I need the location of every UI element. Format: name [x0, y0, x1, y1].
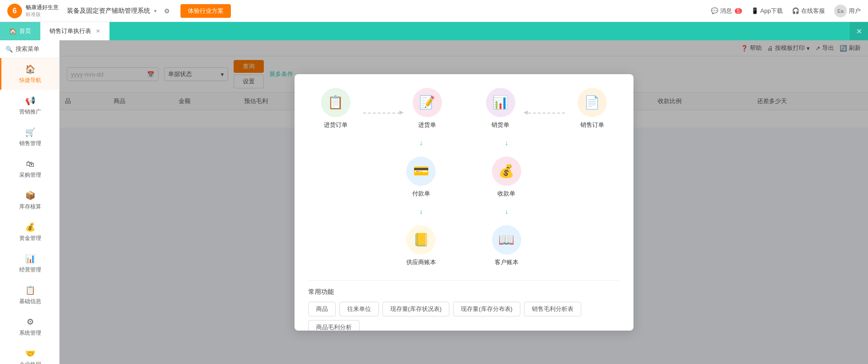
sidebar: 🔍 搜索菜单 🏠 快捷导航 📢 营销推广 🛒 销售管理 🛍 采购管理 📦 库存核… — [0, 40, 60, 364]
sales-icon: 🛒 — [25, 127, 36, 138]
logo-name-line1: 畅康通好生意 — [26, 4, 59, 11]
close-all-tabs-button[interactable]: ✕ — [850, 22, 868, 40]
func-buttons-row1: 商品 往来单位 现存量(库存状况表) 现存量(库存分布表) 销售毛利分析表 商品… — [308, 302, 620, 331]
flow-node-supplier-ledger[interactable]: 📒 供应商账本 — [393, 225, 448, 266]
home-icon: 🏠 — [9, 28, 16, 35]
sidebar-item-purchase-label: 采购管理 — [19, 171, 41, 179]
system-name-text: 装备及固定资产辅助管理系统 — [67, 7, 150, 15]
sales-bill-icon: 📊 — [492, 95, 508, 110]
sidebar-item-operations[interactable]: 📊 经营管理 — [0, 248, 59, 279]
func-btn-product[interactable]: 商品 — [308, 302, 336, 316]
content-area: ❓ 帮助 🖨 按模板打印 ▾ ↗ 导出 🔄 刷新 — [60, 40, 868, 364]
sidebar-item-finance[interactable]: 💰 资金管理 — [0, 216, 59, 248]
customer-ledger-label: 客户账本 — [495, 258, 519, 266]
message-button[interactable]: 💬 消息 5 — [711, 7, 742, 15]
sidebar-item-finance-label: 资金管理 — [19, 234, 41, 242]
sidebar-item-purchase[interactable]: 🛍 采购管理 — [0, 153, 59, 185]
tab-sales-orders-label: 销售订单执行表 — [49, 27, 91, 35]
flow-node-sales-order[interactable]: 📄 销售订单 — [565, 88, 620, 129]
main-layout: 🔍 搜索菜单 🏠 快捷导航 📢 营销推广 🛒 销售管理 🛍 采购管理 📦 库存核… — [0, 40, 868, 364]
func-btn-product-gross[interactable]: 商品毛利分析 — [308, 320, 360, 331]
search-menu-button[interactable]: 🔍 搜索菜单 — [0, 40, 59, 58]
search-icon: 🔍 — [5, 46, 13, 53]
sidebar-item-system-label: 系统管理 — [19, 329, 41, 337]
tab-bar: 🏠 首页 销售订单执行表 ✕ ✕ — [0, 22, 868, 40]
logo-icon: 6 — [7, 4, 22, 18]
sidebar-item-sales[interactable]: 🛒 销售管理 — [0, 121, 59, 153]
flow-node-customer-ledger[interactable]: 📖 客户账本 — [479, 225, 534, 266]
inventory-icon: 📦 — [25, 190, 36, 201]
payment-bill-icon: 💳 — [413, 163, 429, 179]
flow-node-purchase-order[interactable]: 📋 进货订单 — [308, 88, 363, 129]
tab-close-icon[interactable]: ✕ — [96, 28, 100, 34]
base-info-icon: 📋 — [25, 285, 36, 296]
tab-home[interactable]: 🏠 首页 — [0, 22, 40, 40]
sidebar-item-quick-guide[interactable]: 🏠 快捷导航 — [0, 58, 59, 90]
logo-area: 6 畅康通好生意 标准版 — [7, 4, 67, 18]
finance-icon: 💰 — [25, 222, 36, 233]
arrow-down-payment: ↓ — [393, 207, 448, 216]
flow-node-payment-bill[interactable]: 💳 付款单 — [393, 157, 448, 198]
app-download-button[interactable]: 📱 App下载 — [751, 7, 783, 15]
user-profile-button[interactable]: Ea 用户 — [834, 5, 861, 17]
sidebar-item-base-info-label: 基础信息 — [19, 298, 41, 305]
sidebar-item-operations-label: 经营管理 — [19, 266, 41, 274]
purchase-bill-icon: 📝 — [419, 95, 435, 110]
flow-node-receipt-bill[interactable]: 💰 收款单 — [479, 157, 534, 198]
func-btn-stock-status[interactable]: 现存量(库存状况表) — [382, 302, 450, 316]
sidebar-item-enterprise[interactable]: 🤝 企业协同 — [0, 342, 59, 364]
supplier-ledger-icon: 📒 — [413, 232, 429, 247]
settings-icon[interactable]: ⚙ — [160, 5, 173, 17]
flow-node-sales-bill[interactable]: 📊 销货单 — [473, 88, 528, 129]
header-right: 💬 消息 5 📱 App下载 🎧 在线客服 Ea 用户 — [711, 5, 861, 17]
receipt-bill-icon: 💰 — [498, 163, 514, 179]
top-header: 6 畅康通好生意 标准版 装备及固定资产辅助管理系统 ▾ ⚙ 体验行业方案 💬 … — [0, 0, 868, 22]
flow-row-1: 📋 进货订单 📝 进货单 — [308, 88, 620, 129]
common-functions: 常用功能 商品 往来单位 现存量(库存状况表) 现存量(库存分布表) 销售毛利分… — [308, 280, 620, 331]
func-btn-partners[interactable]: 往来单位 — [339, 302, 379, 316]
tab-home-label: 首页 — [19, 27, 31, 35]
sidebar-item-marketing[interactable]: 📢 营销推广 — [0, 90, 59, 121]
receipt-bill-label: 收款单 — [497, 190, 515, 198]
message-label: 消息 — [720, 7, 732, 15]
flow-arrows-row: ↓ ↓ — [308, 138, 620, 147]
sidebar-item-quick-guide-label: 快捷导航 — [19, 76, 41, 84]
arrow-po-to-pb — [363, 103, 400, 114]
flow-node-purchase-bill[interactable]: 📝 进货单 — [400, 88, 455, 129]
system-dropdown-arrow-icon[interactable]: ▾ — [154, 8, 157, 14]
purchase-order-label: 进货订单 — [324, 121, 348, 129]
supplier-ledger-label: 供应商账本 — [406, 258, 436, 266]
func-btn-sales-gross[interactable]: 销售毛利分析表 — [524, 302, 581, 316]
flow-arrows-row2: ↓ ↓ — [308, 207, 620, 216]
app-download-icon: 📱 — [751, 7, 759, 14]
quick-guide-modal: 📋 进货订单 📝 进货单 — [295, 74, 633, 331]
sidebar-item-marketing-label: 营销推广 — [19, 108, 41, 116]
app-download-label: App下载 — [760, 7, 783, 15]
online-service-button[interactable]: 🎧 在线客服 — [792, 7, 825, 15]
online-service-label: 在线客服 — [801, 7, 825, 15]
func-btn-stock-distribution[interactable]: 现存量(库存分布表) — [453, 302, 520, 316]
flow-row-3: 📒 供应商账本 📖 客户账本 — [308, 225, 620, 266]
sales-order-label: 销售订单 — [580, 121, 604, 129]
flow-row-2: 💳 付款单 💰 收款单 — [308, 157, 620, 198]
message-icon: 💬 — [711, 7, 718, 14]
arrow-down-purchase-bill: ↓ — [393, 138, 448, 147]
modal-overlay[interactable]: 📋 进货订单 📝 进货单 — [60, 40, 868, 364]
purchase-icon: 🛍 — [25, 158, 36, 169]
sidebar-item-system[interactable]: ⚙ 系统管理 — [0, 311, 59, 342]
sidebar-item-inventory[interactable]: 📦 库存核算 — [0, 185, 59, 216]
search-menu-label: 搜索菜单 — [16, 45, 39, 53]
arrow-down-receipt: ↓ — [479, 207, 534, 216]
sidebar-item-base-info[interactable]: 📋 基础信息 — [0, 279, 59, 311]
purchase-bill-label: 进货单 — [418, 121, 436, 129]
message-badge: 5 — [735, 8, 742, 14]
operations-icon: 📊 — [25, 253, 36, 264]
tab-sales-orders[interactable]: 销售订单执行表 ✕ — [40, 22, 109, 40]
sidebar-item-inventory-label: 库存核算 — [19, 203, 41, 211]
sales-bill-label: 销货单 — [491, 121, 509, 129]
experience-button[interactable]: 体验行业方案 — [180, 4, 231, 18]
sales-order-icon: 📄 — [584, 95, 600, 110]
customer-ledger-icon: 📖 — [498, 232, 514, 247]
quick-guide-icon: 🏠 — [25, 64, 36, 75]
arrow-down-sales-bill: ↓ — [479, 138, 534, 147]
